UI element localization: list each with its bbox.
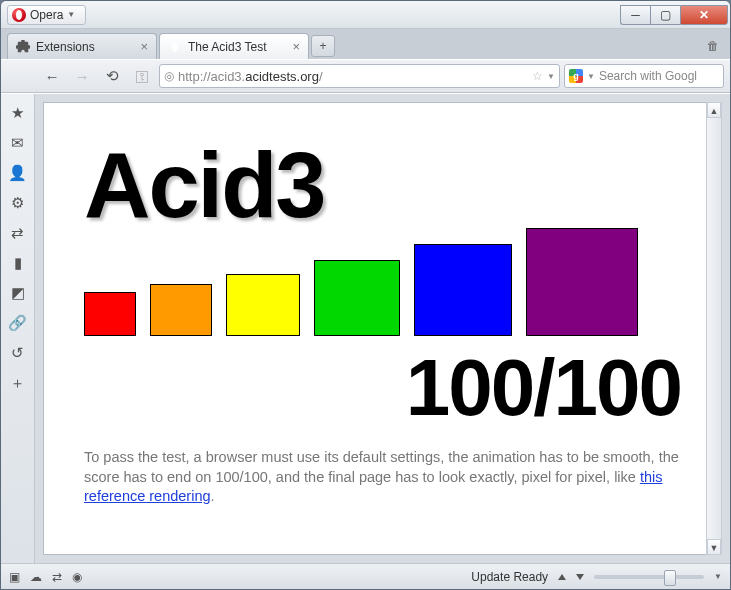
color-box	[84, 292, 136, 336]
chevron-down-icon[interactable]: ▼	[714, 572, 722, 581]
address-bar[interactable]: ◎ http://acid3.acidtests.org/ ☆ ▼	[159, 64, 560, 88]
tri-up-icon[interactable]	[558, 574, 566, 580]
nav-toolbar: ← → ⟲ ⚿ ◎ http://acid3.acidtests.org/ ☆ …	[1, 59, 730, 93]
color-box	[414, 244, 512, 336]
chevron-down-icon[interactable]: ▼	[547, 72, 555, 81]
acid3-color-boxes	[84, 228, 681, 336]
window-controls: ─ ▢ ✕	[620, 5, 730, 25]
body-area: ★ ✉ 👤 ⚙ ⇄ ▮ ◩ 🔗 ↺ ＋ Acid3 100/100 To pas…	[1, 93, 730, 563]
mail-icon[interactable]: ✉	[5, 130, 31, 156]
forward-button[interactable]: →	[69, 65, 95, 87]
maximize-button[interactable]: ▢	[650, 5, 680, 25]
color-box	[150, 284, 212, 336]
sync-icon[interactable]: ⇄	[52, 570, 62, 584]
color-box	[314, 260, 400, 336]
globe-icon: ◎	[164, 69, 174, 83]
search-placeholder: Search with Googl	[599, 69, 697, 83]
star-icon[interactable]: ★	[5, 100, 31, 126]
trash-tabs-icon[interactable]: 🗑	[702, 35, 724, 57]
back-button[interactable]: ←	[39, 65, 65, 87]
google-icon: g	[569, 69, 583, 83]
color-box	[526, 228, 638, 336]
status-bar: ▣ ☁ ⇄ ◉ Update Ready ▼	[1, 563, 730, 589]
note-icon[interactable]: ▮	[5, 250, 31, 276]
page-title: Acid3	[84, 133, 681, 238]
app-window: Opera ▼ ─ ▢ ✕ Extensions × The Acid3 Tes…	[0, 0, 731, 590]
plus-icon[interactable]: ＋	[5, 370, 31, 396]
camera-icon[interactable]: ◉	[72, 570, 82, 584]
tab-acid3[interactable]: The Acid3 Test ×	[159, 33, 309, 59]
tab-extensions[interactable]: Extensions ×	[7, 33, 157, 59]
scroll-down-button[interactable]: ▼	[707, 539, 721, 555]
puzzle-icon	[16, 40, 30, 54]
color-box	[226, 274, 300, 336]
desc-suffix: .	[211, 488, 215, 504]
titlebar: Opera ▼ ─ ▢ ✕	[1, 1, 730, 29]
tab-bar: Extensions × The Acid3 Test × + 🗑	[1, 29, 730, 59]
opera-menu-button[interactable]: Opera ▼	[7, 5, 86, 25]
tab-label: Extensions	[36, 40, 95, 54]
side-panel: ★ ✉ 👤 ⚙ ⇄ ▮ ◩ 🔗 ↺ ＋	[1, 94, 35, 563]
history-icon[interactable]: ↺	[5, 340, 31, 366]
tab-label: The Acid3 Test	[188, 40, 267, 54]
search-box[interactable]: g ▼ Search with Googl	[564, 64, 724, 88]
widget-icon[interactable]: ◩	[5, 280, 31, 306]
opera-favicon-icon	[168, 40, 182, 54]
contact-icon[interactable]: 👤	[5, 160, 31, 186]
tab-close-icon[interactable]: ×	[292, 39, 300, 54]
minimize-button[interactable]: ─	[620, 5, 650, 25]
share-icon[interactable]: ⇄	[5, 220, 31, 246]
link-icon[interactable]: 🔗	[5, 310, 31, 336]
star-icon[interactable]: ☆	[532, 69, 543, 83]
status-text: Update Ready	[471, 570, 548, 584]
chevron-down-icon[interactable]: ▼	[587, 72, 595, 81]
chevron-down-icon: ▼	[67, 10, 75, 19]
acid3-page: Acid3 100/100 To pass the test, a browse…	[44, 103, 721, 527]
opera-logo-icon	[12, 8, 26, 22]
cloud-icon[interactable]: ☁	[30, 570, 42, 584]
content-area: Acid3 100/100 To pass the test, a browse…	[35, 94, 730, 563]
desc-text: To pass the test, a browser must use its…	[84, 449, 679, 485]
app-name-label: Opera	[30, 8, 63, 22]
scroll-up-button[interactable]: ▲	[707, 102, 721, 118]
tab-close-icon[interactable]: ×	[140, 39, 148, 54]
new-tab-button[interactable]: +	[311, 35, 335, 57]
acid3-description: To pass the test, a browser must use its…	[84, 448, 681, 507]
url-text: http://acid3.acidtests.org/	[178, 69, 528, 84]
reload-button[interactable]: ⟲	[99, 65, 125, 87]
gear-icon[interactable]: ⚙	[5, 190, 31, 216]
key-icon[interactable]: ⚿	[129, 65, 155, 87]
panel-toggle-icon[interactable]: ▣	[9, 570, 20, 584]
page-viewport: Acid3 100/100 To pass the test, a browse…	[43, 102, 722, 555]
tri-down-icon[interactable]	[576, 574, 584, 580]
acid3-score: 100/100	[84, 342, 681, 434]
close-button[interactable]: ✕	[680, 5, 728, 25]
zoom-slider[interactable]	[594, 575, 704, 579]
vertical-scrollbar[interactable]: ▲ ▼	[706, 102, 722, 555]
